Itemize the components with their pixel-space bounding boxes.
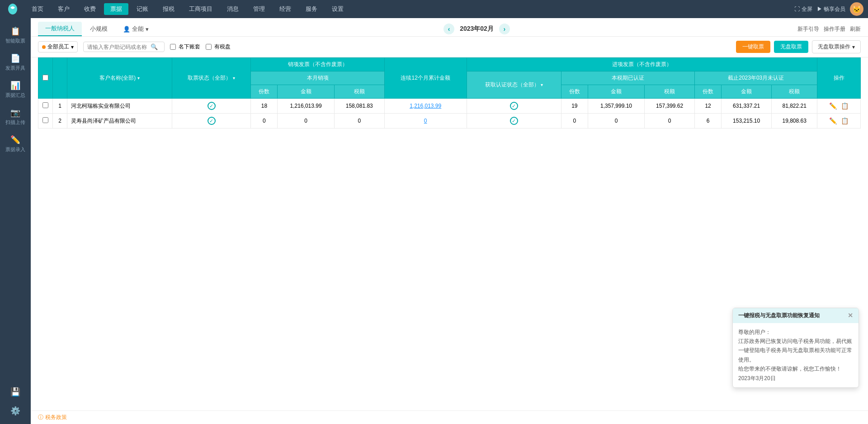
cancel-filter-icon[interactable]: ▾ <box>233 76 235 81</box>
filter-right: 一键取票 无盘取票 无盘取票操作 ▾ <box>736 40 861 53</box>
sidebar-item-smart-fetch[interactable]: 📋 智能取票 <box>2 23 29 48</box>
nav-service[interactable]: 服务 <box>299 3 324 15</box>
notification-title: 一键报税与无盘取票功能恢复通知 <box>738 312 820 319</box>
auth-filter-icon[interactable]: ▾ <box>541 82 543 87</box>
taxdisk-checkbox[interactable] <box>206 44 212 50</box>
row-uncert-tax-0: 81,822.21 <box>772 99 817 114</box>
member-btn[interactable]: ▶ 畅享会员 <box>817 5 845 13</box>
taxdisk-label: 有税盘 <box>214 43 231 51</box>
detail-icon-0[interactable]: 📋 <box>841 102 849 110</box>
bottom-bar: ⓘ 税务政策 <box>31 410 868 424</box>
refresh-btn[interactable]: 刷新 <box>850 25 861 33</box>
nav-operation[interactable]: 经营 <box>273 3 297 15</box>
row-check-0[interactable] <box>42 102 48 108</box>
detail-icon-1[interactable]: 📋 <box>841 117 849 124</box>
nav-invoice[interactable]: 票据 <box>104 3 128 15</box>
period-next-btn[interactable]: › <box>499 24 510 34</box>
search-input[interactable] <box>87 44 151 50</box>
th-customer: 客户名称(全部) ▾ <box>67 58 172 99</box>
tab-dropdown-icon[interactable]: ▾ <box>146 26 149 33</box>
th-seq <box>53 58 67 99</box>
row-seq-1: 2 <box>53 114 67 129</box>
tab-bar: 一般纳税人 小规模 👤 全能 ▾ ‹ 2023年02月 › 新手引导 操作手册 … <box>31 18 868 37</box>
row-customer-0: 河北柯瑞栋实业有限公司 <box>67 99 172 114</box>
nav-business[interactable]: 工商项目 <box>183 3 219 15</box>
cumulative-link-0[interactable]: 1,216,013.99 <box>410 103 441 109</box>
sidebar-bottom: 💾 ⚙️ <box>2 383 29 424</box>
notification-popup: 一键报税与无盘取票功能恢复通知 ✕ 尊敬的用户： 江苏政务网已恢复访问电子税务局… <box>732 308 859 388</box>
nav-fee[interactable]: 收费 <box>78 3 102 15</box>
th-sales-qty: 份数 <box>251 85 278 99</box>
nav-customer[interactable]: 客户 <box>52 3 76 15</box>
row-uncert-qty-1: 6 <box>695 114 722 129</box>
row-cancel-status-1: ✓ <box>172 114 251 129</box>
th-cert-tax: 税额 <box>645 85 695 99</box>
edit-icon-1[interactable]: ✏️ <box>829 117 837 124</box>
auth-status-icon-1: ✓ <box>510 117 518 125</box>
tab-all-capable[interactable]: 👤 全能 ▾ <box>116 22 156 36</box>
no-disk-fetch-btn[interactable]: 无盘取票 <box>774 41 808 53</box>
one-click-fetch-btn[interactable]: 一键取票 <box>736 41 770 53</box>
nav-manage[interactable]: 管理 <box>247 3 271 15</box>
row-checkbox-1[interactable] <box>38 114 53 129</box>
avatar[interactable]: 🐱 <box>850 2 863 16</box>
th-cancel-status: 取票状态（全部） ▾ <box>172 58 251 99</box>
row-sales-amount-0: 1,216,013.99 <box>278 99 334 114</box>
employee-select[interactable]: 全部员工 ▾ <box>38 41 78 52</box>
sidebar-item-summary[interactable]: 📊 票据汇总 <box>2 77 29 102</box>
row-sales-qty-0: 18 <box>251 99 278 114</box>
sidebar-item-data-entry[interactable]: ✏️ 票据录入 <box>2 131 29 157</box>
open-invoice-icon: 📄 <box>10 53 20 63</box>
tab-small-scale[interactable]: 小规模 <box>83 22 115 36</box>
scan-upload-icon: 📷 <box>10 108 20 118</box>
row-auth-status-1: ✓ <box>467 114 561 129</box>
account-label: 名下账套 <box>179 43 200 51</box>
nav-tax[interactable]: 报税 <box>156 3 181 15</box>
period-prev-btn[interactable]: ‹ <box>443 24 454 34</box>
nav-home[interactable]: 首页 <box>25 3 50 15</box>
th-uncert-amount: 金额 <box>722 85 772 99</box>
smart-fetch-icon: 📋 <box>10 26 20 36</box>
row-customer-1: 灵寿县尚泽矿产品有限公司 <box>67 114 172 129</box>
filter-icon[interactable]: ▾ <box>137 76 140 81</box>
no-disk-ops-btn[interactable]: 无盘取票操作 ▾ <box>812 40 861 53</box>
nav-message[interactable]: 消息 <box>221 3 245 15</box>
tab-right-actions: 新手引导 操作手册 刷新 <box>797 25 861 33</box>
row-uncert-qty-0: 12 <box>695 99 722 114</box>
sidebar-label-data-entry: 票据录入 <box>5 146 25 153</box>
th-sales-tax: 税额 <box>334 85 384 99</box>
sidebar-item-download[interactable]: 💾 <box>2 383 29 400</box>
row-check-1[interactable] <box>42 117 48 123</box>
tab-general-taxpayer[interactable]: 一般纳税人 <box>38 22 82 36</box>
ops-dropdown-icon: ▾ <box>852 44 855 50</box>
nav-settings[interactable]: 设置 <box>326 3 350 15</box>
sidebar-item-settings[interactable]: ⚙️ <box>2 402 29 419</box>
th-checkbox <box>38 58 53 99</box>
row-cancel-status-0: ✓ <box>172 99 251 114</box>
sidebar-item-open-invoice[interactable]: 📄 发票开具 <box>2 50 29 75</box>
row-cert-tax-0: 157,399.62 <box>645 99 695 114</box>
checkbox-account: 名下账套 <box>170 43 200 51</box>
fullscreen-btn[interactable]: ⛶ 全屏 <box>794 5 812 13</box>
sidebar-item-scan-upload[interactable]: 📷 扫描上传 <box>2 104 29 129</box>
row-cert-amount-1: 0 <box>588 114 644 129</box>
cumulative-link-1[interactable]: 0 <box>424 118 427 124</box>
info-icon: ⓘ <box>38 414 43 421</box>
edit-icon-0[interactable]: ✏️ <box>829 102 837 110</box>
select-all-checkbox[interactable] <box>42 75 48 81</box>
account-checkbox[interactable] <box>170 44 176 50</box>
period-label: 2023年02月 <box>460 25 494 33</box>
settings-icon: ⚙️ <box>10 406 20 416</box>
row-cert-tax-1: 0 <box>645 114 695 129</box>
new-guide-btn[interactable]: 新手引导 <box>797 25 819 33</box>
notification-close-btn[interactable]: ✕ <box>848 312 853 319</box>
nav-account[interactable]: 记账 <box>130 3 155 15</box>
th-purchase: 进项发票（不含作废票） <box>467 58 817 71</box>
period-nav: ‹ 2023年02月 › <box>157 24 797 34</box>
row-cumulative-0: 1,216,013.99 <box>384 99 467 114</box>
row-uncert-amount-0: 631,337.21 <box>722 99 772 114</box>
row-checkbox-0[interactable] <box>38 99 53 114</box>
operation-manual-btn[interactable]: 操作手册 <box>824 25 845 33</box>
search-icon[interactable]: 🔍 <box>151 43 158 50</box>
tax-policy-link[interactable]: 税务政策 <box>45 414 67 421</box>
